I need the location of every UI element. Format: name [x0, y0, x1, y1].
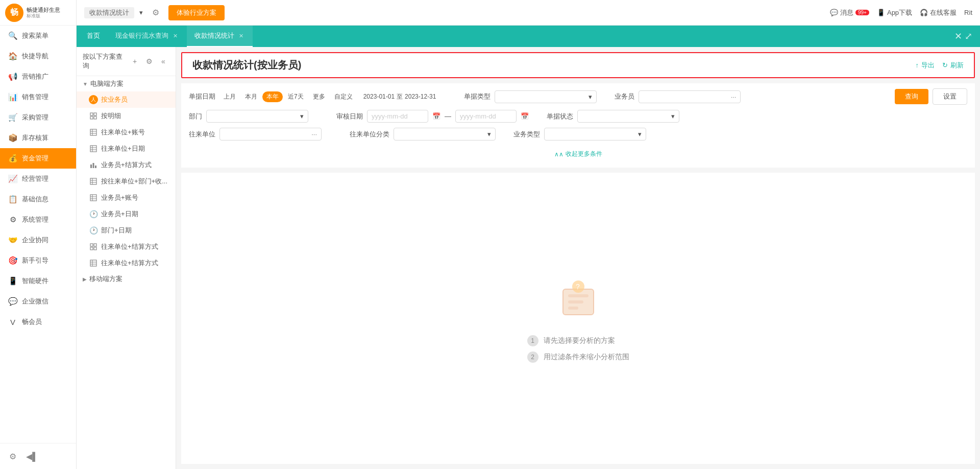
sidebar-item-wechat[interactable]: 💬 企业微信 — [0, 291, 76, 312]
chevron-down-icon: ▾ — [139, 9, 143, 16]
scheme-item-by-detail[interactable]: 按明细 — [77, 108, 176, 124]
svg-rect-32 — [568, 294, 589, 297]
query-btn[interactable]: 查询 — [895, 89, 928, 104]
scheme-item-sales-account[interactable]: 业务员+账号 — [77, 190, 176, 206]
tab-close-all-btn[interactable]: ✕ — [954, 31, 962, 42]
scheme-panel: 按以下方案查询 + ⚙ « ▼ 电脑端方案 人 按业务员 — [77, 47, 176, 469]
guide-icon: 🎯 — [8, 255, 18, 266]
search-icon: 🔍 — [8, 31, 18, 41]
clock2-icon: 🕐 — [89, 226, 98, 235]
export-btn[interactable]: ↑ 导出 — [916, 61, 935, 70]
sidebar-item-system[interactable]: ⚙ 系统管理 — [0, 209, 76, 230]
svg-rect-14 — [95, 166, 96, 168]
svg-rect-24 — [94, 244, 96, 246]
step-num-2: 2 — [527, 351, 538, 363]
service-btn[interactable]: 🎧 在线客服 — [920, 8, 957, 17]
filter-dept-select[interactable]: ▾ — [206, 110, 308, 123]
tab-receipt-close[interactable]: ✕ — [237, 32, 245, 40]
tabbar-actions: ✕ ⤢ — [949, 26, 977, 47]
scheme-group-desktop-header[interactable]: ▼ 电脑端方案 — [77, 76, 176, 91]
tab-expand-btn[interactable]: ⤢ — [965, 31, 972, 42]
export-icon: ↑ — [916, 61, 919, 69]
scheme-item-unit-settle1[interactable]: 往来单位+结算方式 — [77, 239, 176, 255]
sidebar-item-marketing[interactable]: 📢 营销推广 — [0, 66, 76, 87]
finance-icon: 💰 — [8, 153, 18, 163]
scheme-item-unit-date[interactable]: 往来单位+日期 — [77, 140, 176, 157]
scheme-item-unit-account[interactable]: 往来单位+账号 — [77, 124, 176, 140]
sidebar: 畅 畅捷通好生意 标准版 🔍 搜索菜单 🏠 快捷导航 📢 营销推广 📊 销售管理… — [0, 0, 77, 469]
date-tab-this-month[interactable]: 本月 — [241, 91, 261, 102]
scheme-group-mobile: ▶ 移动端方案 — [77, 271, 176, 287]
app-download-btn[interactable]: 📱 App下载 — [877, 8, 912, 17]
sidebar-item-finance[interactable]: 💰 资金管理 — [0, 148, 76, 169]
calendar-icon[interactable]: 📅 — [432, 112, 440, 120]
user-avatar[interactable]: Rit — [964, 9, 972, 16]
scheme-settings-btn[interactable]: ⚙ — [143, 55, 155, 67]
scheme-item-dept-date[interactable]: 🕐 部门+日期 — [77, 222, 176, 239]
calendar2-icon[interactable]: 📅 — [521, 112, 529, 120]
sidebar-footer: ⚙ ◀▌ — [0, 443, 76, 469]
scheme-collapse-btn[interactable]: « — [157, 55, 169, 67]
review-date-start-input[interactable]: yyyy-mm-dd — [367, 110, 428, 123]
date-tab-this-year[interactable]: 本年 — [262, 91, 283, 102]
scheme-add-btn[interactable]: + — [129, 55, 141, 67]
sidebar-item-search[interactable]: 🔍 搜索菜单 — [0, 26, 76, 46]
filter-doc-status-select[interactable]: ▾ — [577, 110, 679, 123]
basic-icon: 📋 — [8, 194, 18, 204]
sidebar-collapse-btn[interactable]: ◀▌ — [24, 449, 40, 464]
scheme-item-sales-settle[interactable]: 业务员+结算方式 — [77, 157, 176, 173]
sidebar-item-collab[interactable]: 🤝 企业协同 — [0, 230, 76, 250]
sidebar-item-guide[interactable]: 🎯 新手引导 — [0, 250, 76, 271]
message-icon: 💬 — [830, 9, 838, 16]
topbar-dropdown[interactable]: ▾ — [139, 9, 143, 16]
sidebar-item-operation[interactable]: 📈 经营管理 — [0, 169, 76, 189]
review-date-end-input[interactable]: yyyy-mm-dd — [455, 110, 517, 123]
date-tab-more[interactable]: 更多 — [309, 91, 329, 102]
date-tab-custom[interactable]: 自定义 — [330, 91, 357, 102]
empty-state-area: ? 1 请先选择要分析的方案 2 用过滤条件来缩小分析范围 — [181, 173, 975, 464]
filter-sales-select[interactable]: ··· — [639, 90, 741, 103]
more-icon[interactable]: ··· — [731, 93, 737, 101]
filter-actions: 查询 设置 — [895, 88, 967, 105]
date-tab-last-month[interactable]: 上月 — [219, 91, 240, 102]
svg-rect-27 — [90, 260, 96, 266]
empty-steps: 1 请先选择要分析的方案 2 用过滤条件来缩小分析范围 — [527, 335, 629, 363]
sidebar-item-basic[interactable]: 📋 基础信息 — [0, 189, 76, 209]
sidebar-item-sales[interactable]: 📊 销售管理 — [0, 87, 76, 107]
filter-collapse-btn[interactable]: ∧∧ 收起更多条件 — [189, 146, 967, 162]
filter-doc-type-select[interactable]: ▾ — [495, 90, 597, 103]
sidebar-item-member[interactable]: V 畅会员 — [0, 312, 76, 332]
filter-partner-classify-select[interactable]: ▾ — [394, 128, 496, 140]
sidebar-item-quicknav[interactable]: 🏠 快捷导航 — [0, 46, 76, 66]
chevron-down-icon: ▾ — [487, 130, 491, 138]
tab-receipt[interactable]: 收款情况统计 ✕ — [187, 26, 253, 47]
filter-partner-select[interactable]: ··· — [219, 128, 322, 140]
scheme-group-mobile-header[interactable]: ▶ 移动端方案 — [77, 271, 176, 287]
svg-text:?: ? — [576, 283, 580, 291]
sidebar-item-hardware[interactable]: 📱 智能硬件 — [0, 271, 76, 291]
date-start: 2023-01-01 — [363, 93, 395, 100]
sidebar-settings-btn[interactable]: ⚙ — [5, 449, 20, 464]
tab-bank[interactable]: 现金银行流水查询 ✕ — [108, 26, 187, 47]
trial-btn[interactable]: 体验行业方案 — [168, 5, 225, 20]
scheme-item-unit-dept-recv[interactable]: 按往来单位+部门+收... — [77, 173, 176, 190]
refresh-btn[interactable]: ↻ 刷新 — [942, 61, 964, 70]
partner-more-icon[interactable]: ··· — [311, 130, 317, 138]
svg-rect-19 — [90, 195, 96, 201]
tab-bank-close[interactable]: ✕ — [171, 32, 179, 40]
filter-doc-type-item: 单据类型 ▾ — [464, 90, 597, 103]
filter-biz-type-select[interactable]: ▾ — [544, 128, 646, 140]
scheme-item-unit-settle2[interactable]: 往来单位+结算方式 — [77, 255, 176, 271]
topbar-gear-btn[interactable]: ⚙ — [148, 5, 163, 20]
svg-rect-0 — [90, 113, 93, 115]
set-btn[interactable]: 设置 — [933, 88, 967, 105]
scheme-item-by-sales[interactable]: 人 按业务员 — [77, 91, 176, 108]
message-btn[interactable]: 💬 消息 99+ — [830, 8, 869, 17]
date-tab-7days[interactable]: 近7天 — [284, 91, 308, 102]
tab-home[interactable]: 首页 — [79, 26, 108, 47]
svg-rect-1 — [94, 113, 96, 115]
grid2-icon — [89, 242, 98, 251]
scheme-item-sales-date[interactable]: 🕐 业务员+日期 — [77, 206, 176, 222]
sidebar-item-purchase[interactable]: 🛒 采购管理 — [0, 107, 76, 128]
sidebar-item-inventory[interactable]: 📦 库存核算 — [0, 128, 76, 148]
